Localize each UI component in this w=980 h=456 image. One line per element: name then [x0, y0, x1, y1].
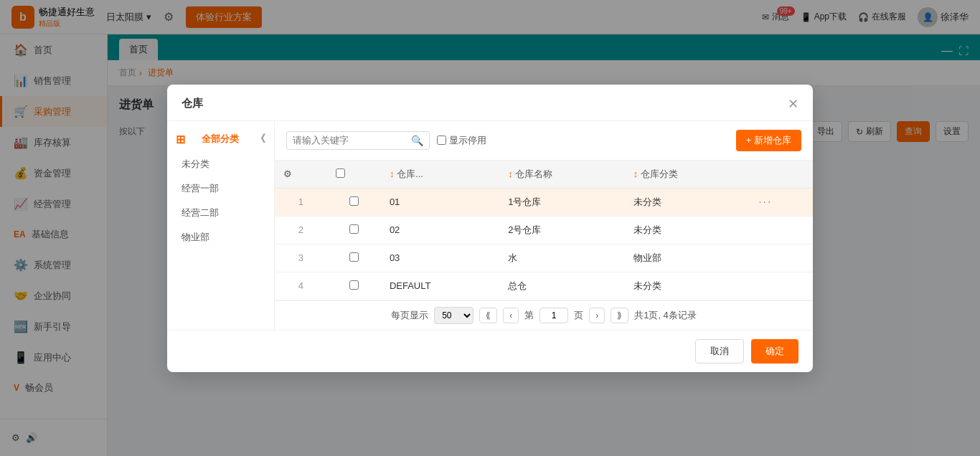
modal-title: 仓库 [182, 97, 203, 110]
row-more[interactable]: ··· [750, 188, 813, 216]
col-cat-icon: ↕ [633, 168, 639, 179]
row-category: 未分类 [625, 216, 750, 244]
search-icon[interactable]: 🔍 [411, 135, 423, 146]
row-num: 4 [275, 272, 327, 300]
row-more[interactable] [750, 216, 813, 244]
row-name: 1号仓库 [499, 188, 625, 216]
col-checkbox [327, 161, 381, 189]
row-name: 水 [499, 244, 625, 272]
select-all-checkbox[interactable] [336, 168, 345, 178]
cancel-button[interactable]: 取消 [695, 339, 744, 364]
row-code: 03 [381, 244, 499, 272]
modal-toolbar: 🔍 显示停用 + 新增仓库 [275, 121, 813, 161]
modal-header: 仓库 ✕ [167, 85, 813, 121]
modal-footer: 取消 确定 [167, 330, 813, 372]
modal-body: ⊞ 全部分类 《 未分类 经营一部 经营二部 物业部 🔍 [167, 121, 813, 330]
col-code-icon: ↕ [390, 168, 395, 179]
row-category: 物业部 [625, 244, 750, 272]
table-row: 1 01 1号仓库 未分类 ··· [275, 188, 813, 216]
search-box[interactable]: 🔍 [286, 131, 430, 150]
category-item-ops2[interactable]: 经营二部 [167, 201, 274, 225]
category-item-ops1[interactable]: 经营一部 [167, 176, 274, 201]
add-warehouse-button[interactable]: + 新增仓库 [736, 130, 801, 151]
category-grid-icon: ⊞ [176, 133, 185, 146]
warehouse-table: ⚙ ↕ 仓库... ↕ 仓库名称 [275, 161, 813, 300]
table-row: 4 DEFAULT 总仓 未分类 [275, 272, 813, 300]
row-name: 总仓 [499, 272, 625, 300]
category-header-label: 全部分类 [202, 133, 239, 146]
row-name: 2号仓库 [499, 216, 625, 244]
show-disabled-checkbox[interactable] [437, 136, 446, 145]
gear-icon[interactable]: ⚙ [283, 168, 292, 179]
col-category: ↕ 仓库分类 [625, 161, 750, 189]
show-disabled-toggle[interactable]: 显示停用 [437, 134, 486, 147]
row-category: 未分类 [625, 272, 750, 300]
row-checkbox[interactable] [327, 244, 381, 272]
total-info: 共1页, 4条记录 [634, 309, 697, 322]
page-unit: 页 [574, 309, 583, 322]
confirm-button[interactable]: 确定 [751, 339, 798, 364]
col-code: ↕ 仓库... [381, 161, 499, 189]
row-checkbox[interactable] [327, 272, 381, 300]
col-code-label: 仓库... [397, 168, 423, 179]
col-name: ↕ 仓库名称 [499, 161, 625, 189]
modal-close-button[interactable]: ✕ [788, 96, 798, 112]
col-settings: ⚙ [275, 161, 327, 189]
col-actions [750, 161, 813, 189]
page-label: 第 [524, 309, 534, 322]
table: ⚙ ↕ 仓库... ↕ 仓库名称 [275, 161, 813, 300]
collapse-category-icon[interactable]: 《 [255, 133, 265, 146]
table-row: 2 02 2号仓库 未分类 [275, 216, 813, 244]
warehouse-modal: 仓库 ✕ ⊞ 全部分类 《 未分类 经营一部 经营二部 物业部 [167, 85, 813, 372]
show-disabled-label: 显示停用 [449, 134, 486, 147]
per-page-select[interactable]: 50 100 [434, 307, 473, 324]
more-actions-icon[interactable]: ··· [758, 196, 772, 208]
row-num: 2 [275, 216, 327, 244]
prev-page-button[interactable]: ‹ [503, 308, 519, 323]
row-checkbox[interactable] [327, 188, 381, 216]
row-code: 01 [381, 188, 499, 216]
table-header-row: ⚙ ↕ 仓库... ↕ 仓库名称 [275, 161, 813, 189]
row-more[interactable] [750, 272, 813, 300]
next-page-button[interactable]: › [589, 308, 605, 323]
first-page-button[interactable]: ⟪ [479, 308, 497, 323]
pagination: 每页显示 50 100 ⟪ ‹ 第 页 › ⟫ 共1页, 4条记录 [275, 300, 813, 330]
row-checkbox[interactable] [327, 216, 381, 244]
modal-main-content: 🔍 显示停用 + 新增仓库 ⚙ [275, 121, 813, 330]
col-name-icon: ↕ [508, 168, 513, 179]
row-code: DEFAULT [381, 272, 499, 300]
row-code: 02 [381, 216, 499, 244]
category-item-property[interactable]: 物业部 [167, 225, 274, 250]
category-item-uncategorized[interactable]: 未分类 [167, 152, 274, 176]
col-name-label: 仓库名称 [515, 168, 552, 179]
row-num: 3 [275, 244, 327, 272]
page-number-input[interactable] [540, 308, 568, 323]
col-cat-label: 仓库分类 [641, 168, 678, 179]
modal-overlay[interactable]: 仓库 ✕ ⊞ 全部分类 《 未分类 经营一部 经营二部 物业部 [0, 0, 980, 456]
row-num: 1 [275, 188, 327, 216]
category-header[interactable]: ⊞ 全部分类 《 [167, 127, 274, 152]
table-row: 3 03 水 物业部 [275, 244, 813, 272]
last-page-button[interactable]: ⟫ [611, 308, 628, 323]
category-sidebar: ⊞ 全部分类 《 未分类 经营一部 经营二部 物业部 [167, 121, 275, 330]
row-category: 未分类 [625, 188, 750, 216]
per-page-label: 每页显示 [391, 309, 428, 322]
row-more[interactable] [750, 244, 813, 272]
table-body: 1 01 1号仓库 未分类 ··· 2 02 2 [275, 188, 813, 300]
search-input[interactable] [293, 135, 408, 146]
